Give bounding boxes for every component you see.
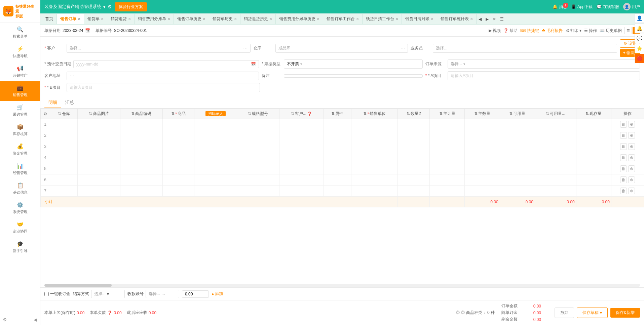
tab-nav-menu[interactable]: ☰ [498,15,506,23]
expected-date-input[interactable]: yyyy-mm-dd 📅 [73,60,259,68]
list-view-btn[interactable]: ☰ [624,27,632,34]
sidebar-item-sales[interactable]: 💼 销售管理 [0,81,40,101]
invoice-type-select[interactable]: 不开票 ▾ [284,59,423,69]
tab-sales-order[interactable]: 销售订单 ✕ [57,14,84,24]
sidebar-item-marketing[interactable]: 📢 营销推广 [0,62,40,81]
row2-spec[interactable] [237,130,279,141]
row6-delete-btn[interactable]: 🗑 [620,176,627,183]
row1-product[interactable] [162,119,194,130]
user-item[interactable]: 👤 用户 [623,3,640,10]
notification-item[interactable]: 🔔 消息 9 [553,4,567,10]
tab-sales-return-history[interactable]: 销货退货历史 ✕ [240,14,276,24]
sidebar-item-search[interactable]: 🔍 搜索菜单 [0,23,40,42]
solution-button[interactable]: 体验行业方案 [115,2,147,11]
row5-delete-btn[interactable]: 🗑 [620,165,627,172]
settings-bottom-icon[interactable]: ⚙ [3,317,7,322]
sidebar-item-basic-info[interactable]: 📋 基础信息 [0,179,40,198]
right-panel-star-icon[interactable]: ⭐ [635,44,644,53]
row3-warehouse[interactable] [50,141,78,152]
row3-copy-btn[interactable]: ⊕ [628,143,635,150]
online-service-item[interactable]: 💬 在线客服 [597,4,619,10]
right-panel-chat-icon[interactable]: 💬 [635,34,644,43]
close-sales-expense-tab[interactable]: ✕ [167,17,170,21]
warehouse-more-icon[interactable]: ··· [401,45,405,51]
row6-copy-btn[interactable]: ⊕ [628,176,635,183]
tab-summary[interactable]: 汇总 [61,97,78,108]
row1-available2[interactable] [535,119,576,130]
account-select[interactable]: 选择... ··· [146,290,179,298]
tab-cash-workbench[interactable]: 钱货日清工作台 ✕ [363,14,402,24]
sidebar-item-inventory[interactable]: 📦 库存核算 [0,120,40,140]
expected-date-calendar-icon[interactable]: 📅 [251,62,256,67]
row1-available[interactable] [500,119,535,130]
tab-detail[interactable]: 明细 [44,97,61,108]
row1-spec[interactable] [237,119,279,130]
row2-warehouse[interactable] [50,130,78,141]
save-draft-arrow[interactable]: ▾ [600,311,602,315]
warehouse-input[interactable]: 成品库 ··· [275,44,408,53]
tab-expense-history[interactable]: 销售费用分摊单历史 ✕ [276,14,323,24]
settle-method-select[interactable]: 选择... ▾ [91,290,125,298]
right-panel-bell-icon[interactable]: 🔔 [635,24,644,33]
salesperson-input[interactable]: 选择... [433,44,617,53]
shortcut-action[interactable]: ⌨ 快捷键 [520,28,539,34]
row1-main-unit[interactable] [430,119,465,130]
tab-sales-invoice-history[interactable]: 销货单历史 ✕ [209,14,240,24]
close-cash-workbench-tab[interactable]: ✕ [395,17,398,21]
sidebar-item-shortcut[interactable]: ⚡ 快捷导航 [0,42,40,62]
row1-sales-unit[interactable] [351,119,398,130]
app-download-item[interactable]: 📱 App下载 [571,4,593,10]
quick-settle-check[interactable] [44,292,49,296]
operations-action[interactable]: ☰ 操作 [584,28,597,34]
account-more-icon[interactable]: ··· [161,292,165,296]
table-scrollbar[interactable] [44,284,640,287]
row5-copy-btn[interactable]: ⊕ [628,165,635,172]
tab-home[interactable]: 首页 [42,14,57,24]
close-sales-return-tab[interactable]: ✕ [128,17,131,21]
collapse-icon[interactable]: ◀ [34,317,37,322]
save-new-button[interactable]: 保存&新增 [610,308,640,318]
row1-product-img[interactable] [78,119,120,130]
row2-delete-btn[interactable]: 🗑 [620,132,627,139]
print-action[interactable]: 🖨 打印 ▾ [565,28,581,34]
row2-main-unit[interactable] [430,130,465,141]
row2-attributes[interactable] [324,130,351,141]
row1-delete-btn[interactable]: 🗑 [620,121,627,128]
customer-more-icon[interactable]: ··· [243,45,248,51]
row3-delete-btn[interactable]: 🗑 [620,143,627,150]
row1-attributes[interactable] [324,119,351,130]
row1-main-qty[interactable] [465,119,500,130]
row2-qty2[interactable] [398,130,430,141]
close-cash-reconcile-tab[interactable]: ✕ [431,17,433,21]
view-action[interactable]: ▶ 视频 [489,28,501,34]
tab-cash-reconcile[interactable]: 钱货日清对账 ✕ [402,14,437,24]
row2-customer-code[interactable] [279,130,324,141]
row2-current-stock[interactable] [576,130,611,141]
system-dropdown-arrow[interactable]: ▾ [103,4,106,9]
customer-address-input[interactable]: ··· [67,72,259,80]
sidebar-item-operations[interactable]: 📊 经营管理 [0,159,40,179]
add-payment-btn[interactable]: ● 添加 [212,291,223,297]
scan-button[interactable]: 扫码录入 [205,111,226,116]
tab-sales-invoice[interactable]: 销货单 ✕ [84,14,107,24]
project-a-input[interactable]: 请输入A项目 [448,71,640,80]
close-sales-workbench-tab[interactable]: ✕ [356,17,359,21]
row4-delete-btn[interactable]: 🗑 [620,154,627,161]
row1-warehouse[interactable] [50,119,78,130]
note-input[interactable] [284,74,423,78]
close-sales-order-history-tab[interactable]: ✕ [203,17,205,21]
row1-product-code[interactable] [120,119,162,130]
row2-product[interactable] [162,130,194,141]
tab-nav-prev[interactable]: ◀ [477,15,484,23]
sidebar-item-purchase[interactable]: 🛒 采购管理 [0,101,40,120]
tab-nav-close[interactable]: ✕ [491,15,498,23]
row2-product-img[interactable] [78,130,120,141]
row4-copy-btn[interactable]: ⊕ [628,154,635,161]
sidebar-item-enterprise[interactable]: 🤝 企业协同 [0,218,40,237]
amount-input[interactable] [182,290,209,298]
row7-delete-btn[interactable]: 🗑 [620,188,627,194]
order-source-select[interactable]: 选择... ▾ [448,59,640,69]
row1-qty2[interactable] [398,119,430,130]
row1-copy-btn[interactable]: ⊕ [628,121,635,128]
row2-available[interactable] [500,130,535,141]
